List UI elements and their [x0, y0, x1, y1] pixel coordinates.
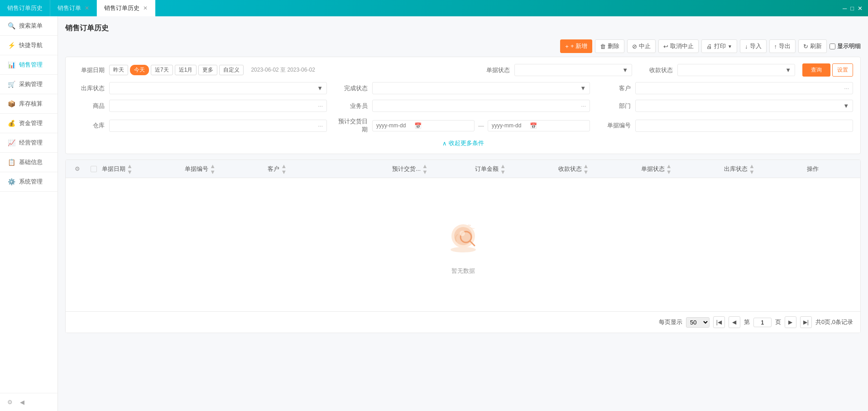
date-btn-yesterday[interactable]: 昨天 [109, 65, 128, 75]
customer-input[interactable]: ··· [635, 82, 853, 94]
sort-out-status-icon: ▲▼ [749, 163, 755, 175]
stop-button[interactable]: ⊘ 中止 [627, 39, 656, 53]
page-label-post: 页 [775, 318, 781, 326]
delivery-date-end-input[interactable] [492, 122, 528, 129]
sidebar-item-system-mgmt[interactable]: ⚙️ 系统管理 [0, 172, 58, 192]
col-header-no[interactable]: 单据编号 ▲▼ [185, 163, 268, 175]
page-size-label: 每页显示 [659, 318, 682, 326]
delete-button[interactable]: 🗑 删除 [595, 39, 624, 53]
sidebar-collapse-icon[interactable]: ◀ [20, 399, 24, 406]
page-size-select[interactable]: 20 50 100 [686, 317, 710, 328]
svg-point-5 [460, 231, 465, 236]
refresh-button[interactable]: ↻ 刷新 [798, 39, 827, 53]
add-button[interactable]: + + 新增 [560, 39, 592, 53]
tab-sales-order-label: 销售订单 [58, 4, 81, 12]
sidebar-label-operations-mgmt: 经营管理 [19, 139, 43, 147]
dept-label: 部门 [599, 102, 635, 110]
print-button[interactable]: 🖨 打印 ▼ [701, 39, 737, 53]
delivery-date-start-input[interactable] [376, 122, 412, 129]
col-header-out-status[interactable]: 出库状态 ▲▼ [724, 163, 807, 175]
date-btn-today[interactable]: 今天 [130, 65, 149, 75]
display-detail-input[interactable] [830, 44, 835, 49]
settings-filter-button[interactable]: 设置 [832, 63, 853, 77]
page-next-button[interactable]: ▶ [785, 316, 796, 328]
dept-select[interactable]: ▼ [635, 100, 853, 112]
sidebar-item-finance-mgmt[interactable]: 💰 资金管理 [0, 114, 58, 133]
product-field: ··· [109, 100, 327, 112]
order-no-input[interactable] [635, 120, 853, 132]
date-btn-custom[interactable]: 自定义 [219, 65, 244, 75]
toolbar: + + 新增 🗑 删除 ⊘ 中止 ↩ 取消中止 🖨 打印 ▼ ↓ [65, 39, 861, 53]
customer-dots-icon: ··· [844, 85, 849, 92]
order-status-select[interactable]: ▼ [514, 64, 632, 76]
page-label-pre: 第 [744, 318, 750, 326]
col-header-pay-status[interactable]: 收款状态 ▲▼ [558, 163, 641, 175]
refresh-icon: ↻ [803, 43, 808, 50]
tab-sales-order-history-label: 销售订单历史 [104, 4, 139, 12]
collapse-bar[interactable]: ∧ 收起更多条件 [73, 139, 853, 147]
sidebar-item-purchase-mgmt[interactable]: 🛒 采购管理 [0, 75, 58, 94]
page-first-button[interactable]: |◀ [713, 316, 725, 328]
table-settings-icon[interactable]: ⚙ [69, 165, 86, 172]
date-btn-more[interactable]: 更多 [198, 65, 217, 75]
tab-sales-order-close[interactable]: ✕ [85, 5, 89, 11]
order-status-field: ▼ [514, 64, 632, 76]
sidebar-label-purchase-mgmt: 采购管理 [19, 80, 43, 88]
sales-rep-input[interactable]: ··· [372, 100, 590, 112]
cancel-stop-button[interactable]: ↩ 取消中止 [658, 39, 699, 53]
warehouse-label: 仓库 [73, 121, 109, 130]
completion-status-select[interactable]: ▼ [372, 82, 590, 94]
delivery-date-end[interactable]: 📅 [488, 120, 590, 131]
warehouse-input[interactable]: ··· [109, 120, 327, 132]
export-button[interactable]: ↑ 导出 [769, 39, 796, 53]
import-button[interactable]: ↓ 导入 [740, 39, 767, 53]
display-detail-checkbox[interactable]: 显示明细 [830, 42, 861, 50]
sidebar-label-system-mgmt: 系统管理 [19, 178, 43, 186]
col-header-amount[interactable]: 订单金额 ▲▼ [475, 163, 558, 175]
svg-text:~: ~ [468, 222, 471, 228]
sort-customer-icon: ▲▼ [281, 163, 287, 175]
tab-sales-order[interactable]: 销售订单 ✕ [50, 0, 97, 16]
sidebar-item-inventory-calc[interactable]: 📦 库存核算 [0, 94, 58, 114]
main-layout: 🔍 搜索菜单 ⚡ 快捷导航 📊 销售管理 🛒 采购管理 📦 库存核算 💰 资金管… [0, 16, 868, 411]
delivery-date-start[interactable]: 📅 [372, 120, 475, 131]
col-header-delivery[interactable]: 预计交货... ▲▼ [392, 163, 475, 175]
page-prev-button[interactable]: ◀ [729, 316, 740, 328]
sidebar-settings-icon[interactable]: ⚙ [7, 399, 13, 406]
operations-mgmt-icon: 📈 [7, 139, 15, 147]
pay-status-label: 收款状态 [641, 66, 677, 74]
window-min-button[interactable]: ─ [843, 5, 847, 12]
date-field: 昨天 今天 近7天 近1月 更多 自定义 2023-06-02 至 2023-0… [109, 65, 469, 75]
table-select-all-checkbox[interactable] [86, 166, 102, 172]
col-header-order-status[interactable]: 单据状态 ▲▼ [641, 163, 724, 175]
delivery-start-calendar-icon[interactable]: 📅 [414, 122, 422, 129]
sidebar-bottom: ⚙ ◀ [0, 393, 58, 411]
col-header-date[interactable]: 单据日期 ▲▼ [102, 163, 185, 175]
page-last-button[interactable]: ▶| [800, 316, 812, 328]
product-input[interactable]: ··· [109, 100, 327, 112]
date-btn-7days[interactable]: 近7天 [151, 65, 173, 75]
delivery-end-calendar-icon[interactable]: 📅 [530, 122, 537, 129]
completion-status-field: ▼ [372, 82, 590, 94]
date-btn-1month[interactable]: 近1月 [175, 65, 197, 75]
expected-delivery-label: 预计交货日期 [336, 117, 372, 134]
pagination: 每页显示 20 50 100 |◀ ◀ 第 页 ▶ ▶| 共0页,0条记录 [66, 311, 860, 333]
col-header-customer[interactable]: 客户 ▲▼ [268, 163, 392, 175]
query-button[interactable]: 查询 [802, 63, 830, 77]
completion-status-label: 完成状态 [336, 84, 372, 92]
tab-home[interactable]: 销售订单历史 [0, 0, 50, 16]
window-close-button[interactable]: ✕ [858, 5, 863, 12]
tab-sales-order-history[interactable]: 销售订单历史 ✕ [97, 0, 155, 16]
tab-sales-order-history-close[interactable]: ✕ [143, 5, 148, 11]
pay-status-select[interactable]: ▼ [677, 64, 795, 76]
window-max-button[interactable]: □ [850, 5, 854, 12]
out-status-select[interactable]: ▼ [109, 82, 327, 94]
print-icon: 🖨 [706, 43, 712, 50]
delete-icon: 🗑 [600, 43, 606, 50]
sidebar-item-basic-info[interactable]: 📋 基础信息 [0, 153, 58, 172]
sidebar-item-sales-mgmt[interactable]: 📊 销售管理 [0, 55, 58, 75]
sidebar-item-quick-nav[interactable]: ⚡ 快捷导航 [0, 36, 58, 55]
sidebar-item-search-menu[interactable]: 🔍 搜索菜单 [0, 16, 58, 36]
page-number-input[interactable] [753, 318, 772, 327]
sidebar-item-operations-mgmt[interactable]: 📈 经营管理 [0, 133, 58, 153]
